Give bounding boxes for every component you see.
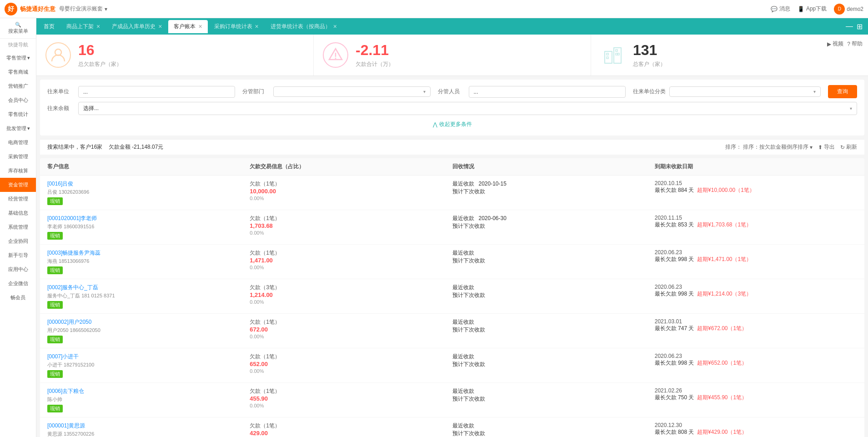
debt-amount-6[interactable]: 455.90 <box>250 395 452 402</box>
due-date-3: 2020.06.23 <box>655 284 857 290</box>
sidebar-search[interactable]: 🔍 搜索菜单 <box>0 18 36 39</box>
sidebar-item-member[interactable]: 畅会员 <box>0 291 36 305</box>
customer-name-7[interactable]: [000001]黄思源 <box>47 422 250 430</box>
app-download-btn[interactable]: 📱 App下载 <box>798 5 827 13</box>
overdue-link-0[interactable]: 超期¥10,000.00（1笔） <box>697 187 755 193</box>
tab-home[interactable]: 首页 <box>38 20 60 33</box>
search-button[interactable]: 查询 <box>828 85 857 98</box>
sidebar-item-enterprise-collab[interactable]: 企业协同 <box>0 234 36 248</box>
sidebar-item-ecommerce[interactable]: 电商管理 <box>0 136 36 150</box>
svg-rect-6 <box>607 53 608 55</box>
customer-name-1[interactable]: [0001020001]李老师 <box>47 215 250 222</box>
due-cell-7: 2020.12.30 最长欠款 808 天 超期¥429.00（1笔） <box>655 422 857 436</box>
sidebar-item-membership[interactable]: 会员中心 <box>0 93 36 107</box>
overdue-info-5: 最长欠款 998 天 超期¥652.00（1笔） <box>655 359 857 367</box>
filter-item-unit: 往来单位 ... <box>47 86 235 98</box>
tab-maximize-icon[interactable]: ⊞ <box>857 22 863 31</box>
sidebar-item-operations[interactable]: 经营管理 <box>0 192 36 206</box>
store-selector[interactable]: 母婴行业演示账套 ▾ <box>59 5 107 13</box>
collapse-button[interactable]: ⋀ 收起更多条件 <box>431 119 474 130</box>
customer-name-4[interactable]: [000002]用户2050 <box>47 318 250 326</box>
recovery-cell-7: 最近收款 预计下次收款 <box>452 422 655 437</box>
sidebar-item-new-guide[interactable]: 新手引导 <box>0 248 36 262</box>
sidebar-item-capital-mgmt[interactable]: 资金管理 <box>0 178 36 192</box>
customer-cell-6: [0006]去下粮仓 陈小帅 现销 <box>47 387 250 412</box>
tab-production-history[interactable]: 产成品入库单历史 × <box>106 20 167 33</box>
sidebar-item-stock[interactable]: 库存核算 <box>0 164 36 178</box>
sidebar-item-purchase[interactable]: 采购管理 <box>0 150 36 164</box>
export-btn[interactable]: ⬆ 导出 <box>818 143 835 151</box>
customer-cell-0: [0016]吕俊 吕俊 13026203696 现销 <box>47 180 250 205</box>
tab-customer-account[interactable]: 客户账本 × <box>168 20 207 33</box>
filter-input-person[interactable]: ... <box>469 86 626 98</box>
stat-card-total-customers: 131 总客户（家） ▶ 视频 ? 帮助 <box>591 35 868 75</box>
debt-cell-3: 欠款（3笔） 1,214.00 0.00% <box>250 284 452 305</box>
close-icon5[interactable]: × <box>333 23 337 30</box>
overdue-link-2[interactable]: 超期¥1,471.00（1笔） <box>697 256 752 262</box>
debt-amount-3[interactable]: 1,214.00 <box>250 291 452 298</box>
recovery-cell-5: 最近收款 预计下次收款 <box>452 353 655 368</box>
overdue-link-3[interactable]: 超期¥1,214.00（3笔） <box>697 291 752 297</box>
content-area: 首页 商品上下架 × 产成品入库单历史 × 客户账本 × 采购订单统计表 × 进… <box>36 18 868 437</box>
debt-amount-7[interactable]: 429.00 <box>250 430 452 437</box>
filter-label-unit: 往来单位 <box>47 88 75 95</box>
sidebar-item-enterprise-wechat[interactable]: 企业微信 <box>0 276 36 291</box>
debt-amount-2[interactable]: 1,471.00 <box>250 257 452 264</box>
customer-tag-2: 现销 <box>47 266 63 274</box>
overdue-link-4[interactable]: 超期¥672.00（1笔） <box>697 325 747 332</box>
filter-select-unit-class[interactable]: ▾ <box>669 86 821 97</box>
sidebar-item-retail-mgmt[interactable]: 零售管理 ▾ <box>0 51 36 65</box>
filter-select-balance[interactable]: 选择... ▾ <box>78 102 857 115</box>
table-row: [000002]用户2050 用户2050 18665062050 现销 欠款（… <box>40 314 864 348</box>
close-icon2[interactable]: × <box>158 23 162 30</box>
video-btn[interactable]: ▶ 视频 <box>827 40 843 48</box>
customer-cell-5: [0007]小进干 小进干 18279152100 现销 <box>47 353 250 378</box>
debt-amount-5[interactable]: 652.00 <box>250 361 452 367</box>
tab-minimize-icon[interactable]: — <box>846 22 853 30</box>
table-row: [0007]小进干 小进干 18279152100 现销 欠款（1笔） 652.… <box>40 348 864 383</box>
customer-name-6[interactable]: [0006]去下粮仓 <box>47 387 250 395</box>
refresh-btn[interactable]: ↻ 刷新 <box>840 143 857 151</box>
tab-purchase-order[interactable]: 采购订单统计表 × <box>209 20 264 33</box>
tab-incoming-stats[interactable]: 进货单统计表（按商品） × <box>265 20 342 33</box>
message-btn[interactable]: 💬 消息 <box>771 5 790 13</box>
overdue-link-1[interactable]: 超期¥1,703.68（1笔） <box>697 221 752 228</box>
close-icon[interactable]: × <box>96 23 100 30</box>
customer-cell-4: [000002]用户2050 用户2050 18665062050 现销 <box>47 318 250 343</box>
customer-contact-2: 海燕 18513066976 <box>47 258 250 265</box>
sidebar-item-app-center[interactable]: 应用中心 <box>0 262 36 276</box>
sidebar-item-basic-info[interactable]: 基础信息 <box>0 206 36 220</box>
customer-name-5[interactable]: [0007]小进干 <box>47 353 250 361</box>
overdue-link-7[interactable]: 超期¥429.00（1笔） <box>697 429 747 435</box>
overdue-info-1: 最长欠款 853 天 超期¥1,703.68（1笔） <box>655 221 857 229</box>
sidebar-item-retail-stats[interactable]: 零售统计 <box>0 107 36 121</box>
filter-select-dept[interactable]: ▾ <box>273 86 430 97</box>
filter-label-person: 分管人员 <box>438 88 465 95</box>
tab-products-shelf[interactable]: 商品上下架 × <box>61 20 105 33</box>
sidebar-item-marketing[interactable]: 营销推广 <box>0 79 36 93</box>
logo-area: 好 畅捷通好生意 <box>5 3 55 15</box>
customer-name-3[interactable]: [0002]服务中心_丁磊 <box>47 284 250 291</box>
debt-count-1: 欠款（1笔） <box>250 215 452 222</box>
close-icon4[interactable]: × <box>255 23 259 30</box>
close-icon3[interactable]: × <box>198 23 202 30</box>
debt-amount-4[interactable]: 672.00 <box>250 326 452 333</box>
debt-amount-0[interactable]: 10,000.00 <box>250 188 452 195</box>
filter-input-unit[interactable]: ... <box>78 86 235 98</box>
overdue-link-6[interactable]: 超期¥455.90（1笔） <box>697 394 747 401</box>
customer-name-0[interactable]: [0016]吕俊 <box>47 180 250 188</box>
tab-bar: 首页 商品上下架 × 产成品入库单历史 × 客户账本 × 采购订单统计表 × 进… <box>36 18 868 35</box>
sidebar-item-batch-mgmt[interactable]: 批发管理 ▾ <box>0 121 36 136</box>
sidebar-item-retail-store[interactable]: 零售商城 <box>0 65 36 79</box>
help-btn[interactable]: ? 帮助 <box>847 40 863 48</box>
customer-tag-3: 现销 <box>47 301 63 309</box>
debt-amount-1[interactable]: 1,703.68 <box>250 222 452 229</box>
col-header-due-date: 到期未收款日期 <box>655 163 857 171</box>
user-area[interactable]: D demo2 <box>834 4 863 15</box>
overdue-info-6: 最长欠款 750 天 超期¥455.90（1笔） <box>655 394 857 402</box>
stat-number-2: -2.11 <box>356 42 394 59</box>
svg-rect-7 <box>607 57 608 59</box>
customer-name-2[interactable]: [0003]畅捷服务尹海蕊 <box>47 249 250 257</box>
sidebar-item-system[interactable]: 系统管理 <box>0 220 36 234</box>
overdue-link-5[interactable]: 超期¥652.00（1笔） <box>697 360 747 366</box>
